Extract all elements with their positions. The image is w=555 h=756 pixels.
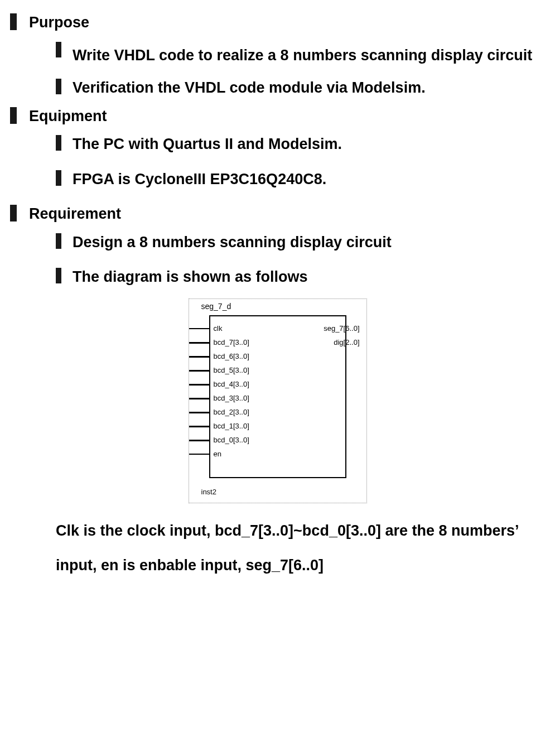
port-input: bcd_5[3..0] xyxy=(189,364,366,377)
wire-icon xyxy=(189,356,209,358)
port-input: bcd_0[3..0] xyxy=(189,434,366,447)
port-input: bcd_3[3..0] xyxy=(189,392,366,405)
heading-row: Equipment xyxy=(0,105,555,128)
wire-icon xyxy=(189,328,209,329)
list-item: Write VHDL code to realize a 8 numbers s… xyxy=(0,40,555,71)
port-input: bcd_7[3..0] dig[2..0] xyxy=(189,336,366,349)
bullet-icon xyxy=(10,205,17,221)
heading-row: Purpose xyxy=(0,11,555,34)
module-symbol: seg_7_d clk seg_7[6..0] bcd_7[3..0] dig[… xyxy=(189,298,367,504)
list-item: FPGA is CycloneIII EP3C16Q240C8. xyxy=(0,168,555,191)
wire-icon xyxy=(189,440,209,441)
bullet-icon xyxy=(56,268,61,283)
wire-icon xyxy=(189,342,209,344)
bullet-icon xyxy=(10,13,17,30)
item-text: The diagram is shown as follows xyxy=(73,266,555,288)
wire-icon xyxy=(189,454,209,455)
bullet-icon xyxy=(10,107,17,124)
item-text: FPGA is CycloneIII EP3C16Q240C8. xyxy=(73,168,555,191)
heading-text: Equipment xyxy=(29,105,555,128)
wire-icon xyxy=(189,370,209,372)
heading-text: Requirement xyxy=(29,203,555,225)
port-label: bcd_0[3..0] xyxy=(214,435,249,445)
port-label: bcd_2[3..0] xyxy=(214,407,249,417)
list-item: The PC with Quartus II and Modelsim. xyxy=(0,133,555,156)
module-body: clk seg_7[6..0] bcd_7[3..0] dig[2..0] bc… xyxy=(189,315,366,499)
list-item: The diagram is shown as follows xyxy=(0,266,555,288)
item-text: Write VHDL code to realize a 8 numbers s… xyxy=(73,40,555,71)
port-input: bcd_1[3..0] xyxy=(189,420,366,433)
module-name: seg_7_d xyxy=(189,301,366,316)
diagram-container: seg_7_d clk seg_7[6..0] bcd_7[3..0] dig[… xyxy=(0,298,555,504)
bullet-icon xyxy=(56,42,61,57)
list-item: Verification the VHDL code module via Mo… xyxy=(0,76,555,99)
port-label: clk xyxy=(214,324,223,334)
wire-icon xyxy=(189,384,209,386)
port-input: bcd_2[3..0] xyxy=(189,406,366,419)
heading-text: Purpose xyxy=(29,11,555,34)
wire-icon xyxy=(189,398,209,399)
description-text: Clk is the clock input, bcd_7[3..0]~bcd_… xyxy=(0,513,555,582)
wire-icon xyxy=(189,412,209,413)
port-label: bcd_3[3..0] xyxy=(214,393,249,403)
port-input: bcd_4[3..0] xyxy=(189,378,366,391)
port-input: clk seg_7[6..0] xyxy=(189,322,366,335)
bullet-icon xyxy=(56,233,61,249)
port-label: bcd_1[3..0] xyxy=(214,421,249,431)
port-input: bcd_6[3..0] xyxy=(189,350,366,363)
item-text: Design a 8 numbers scanning display circ… xyxy=(73,231,555,254)
bullet-icon xyxy=(56,79,61,94)
list-item: Design a 8 numbers scanning display circ… xyxy=(0,231,555,254)
bullet-icon xyxy=(56,135,61,151)
port-label: bcd_4[3..0] xyxy=(214,379,249,389)
heading-row: Requirement xyxy=(0,203,555,225)
port-label: bcd_7[3..0] xyxy=(214,338,249,348)
item-text: Verification the VHDL code module via Mo… xyxy=(73,76,555,99)
port-label: bcd_5[3..0] xyxy=(214,365,249,375)
port-label: bcd_6[3..0] xyxy=(214,351,249,362)
port-label: en xyxy=(214,449,221,459)
port-input: en xyxy=(189,447,366,461)
bullet-icon xyxy=(56,170,61,186)
instance-name: inst2 xyxy=(201,487,216,497)
wire-icon xyxy=(189,426,209,427)
section-equipment: Equipment The PC with Quartus II and Mod… xyxy=(0,105,555,191)
port-label: dig[2..0] xyxy=(249,338,362,348)
section-requirement: Requirement Design a 8 numbers scanning … xyxy=(0,203,555,288)
port-label: seg_7[6..0] xyxy=(222,324,361,334)
section-purpose: Purpose Write VHDL code to realize a 8 n… xyxy=(0,11,555,99)
item-text: The PC with Quartus II and Modelsim. xyxy=(73,133,555,156)
